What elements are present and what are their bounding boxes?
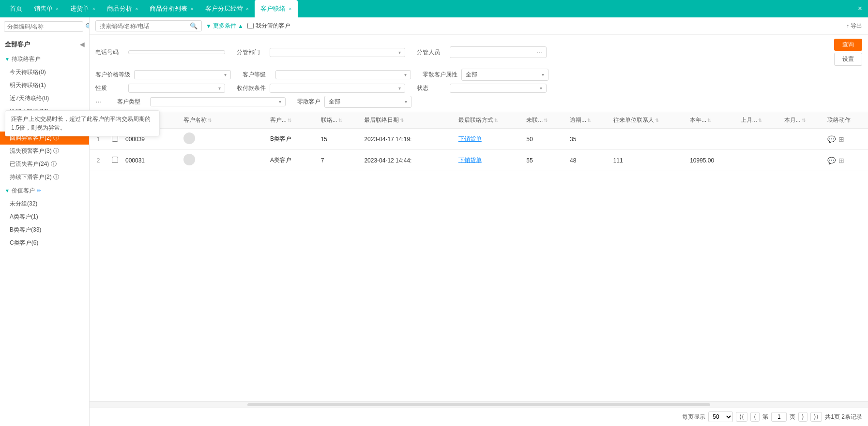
- sidebar-lost-customers[interactable]: 已流失客户(24) ⓘ: [0, 158, 89, 171]
- cell-contact-2: 7: [318, 150, 362, 171]
- settings-button[interactable]: 设置: [834, 53, 862, 66]
- more-dots[interactable]: ···: [95, 98, 102, 106]
- top-nav: 首页 销售单 × 进货单 × 商品分析 × 商品分析列表 × 客户分层经营 × …: [0, 0, 868, 17]
- field-manager-dots[interactable]: ···: [536, 48, 542, 56]
- window-close-icon[interactable]: ×: [858, 4, 862, 13]
- th-lastdate[interactable]: 最后联络日期 ⇅: [361, 112, 455, 129]
- page-unit: 页: [790, 413, 795, 421]
- th-type[interactable]: 客户... ⇅: [267, 112, 318, 129]
- th-overdue[interactable]: 逾期... ⇅: [567, 112, 610, 129]
- field-zero-customer[interactable]: 全部 ▾: [324, 96, 411, 108]
- nav-customer-segment[interactable]: 客户分层经营 ×: [199, 0, 255, 17]
- field-status[interactable]: ▾: [450, 84, 547, 93]
- triangle-icon: ▼: [5, 57, 10, 62]
- sidebar-class-a[interactable]: A类客户(1): [0, 210, 89, 223]
- th-thismonth[interactable]: 本月... ⇅: [781, 112, 825, 129]
- table-row: 2 000031 A类客户: [90, 150, 868, 171]
- label-customer-grade: 客户等级: [243, 71, 272, 79]
- close-customer-contact-tab[interactable]: ×: [289, 0, 291, 17]
- field-zerosale[interactable]: 全部 ▾: [461, 69, 548, 81]
- cell-check-2[interactable]: [107, 150, 122, 171]
- nav-purchase[interactable]: 进货单 ×: [64, 0, 101, 17]
- field-customer-type[interactable]: ▾: [150, 97, 286, 106]
- sidebar-loss-warning[interactable]: 流失预警客户(3) ⓘ: [0, 145, 89, 158]
- th-lastway[interactable]: 最后联络方式 ⇅: [456, 112, 524, 129]
- sidebar-class-c[interactable]: C类客户(6): [0, 236, 89, 250]
- per-page-select[interactable]: 50 100 200: [708, 411, 733, 422]
- th-contact[interactable]: 联络... ⇅: [318, 112, 362, 129]
- close-goods-tab[interactable]: ×: [135, 0, 138, 17]
- field-payment[interactable]: ▾: [270, 84, 405, 93]
- close-purchase-tab[interactable]: ×: [92, 0, 95, 17]
- my-customers-checkbox-label[interactable]: 我分管的客户: [247, 22, 290, 30]
- sidebar-class-b[interactable]: B类客户(33): [0, 223, 89, 236]
- sidebar-tomorrow-pending[interactable]: 明天待联络(1): [0, 79, 89, 92]
- page-first-btn[interactable]: ⟨⟨: [736, 412, 747, 422]
- nav-home[interactable]: 首页: [4, 0, 28, 17]
- lastway-link-1[interactable]: 下销货单: [458, 135, 482, 142]
- th-thisyear[interactable]: 本年... ⇅: [687, 112, 738, 129]
- sidebar-7days-pending[interactable]: 近7天待联络(0): [0, 92, 89, 105]
- close-customer-segment-tab[interactable]: ×: [246, 0, 249, 17]
- cell-uncontact-2: 55: [523, 150, 567, 171]
- field-phone[interactable]: [128, 50, 225, 54]
- more-conditions[interactable]: ▼ 更多条件 ▲: [206, 22, 244, 30]
- page-prev-btn[interactable]: ⟨: [750, 412, 760, 422]
- lastway-link-2[interactable]: 下销货单: [458, 157, 482, 163]
- cell-type-2: A类客户: [267, 150, 318, 171]
- sidebar-today-pending[interactable]: 今天待联络(0): [0, 66, 89, 79]
- th-lastmonth[interactable]: 上月... ⇅: [738, 112, 781, 129]
- th-name[interactable]: 客户名称 ⇅: [181, 112, 267, 129]
- sort-name-icon: ⇅: [208, 118, 212, 123]
- sidebar-ungroup[interactable]: 未分组(32): [0, 197, 89, 210]
- field-nature[interactable]: ▾: [128, 84, 225, 93]
- sidebar-group-pending[interactable]: ▼ 待联络客户: [0, 53, 89, 66]
- sidebar-all-customers[interactable]: 全部客户 ◀: [0, 36, 89, 53]
- horizontal-scrollbar[interactable]: [90, 401, 868, 407]
- page-number-input[interactable]: [771, 412, 787, 422]
- filter-row-4: ··· 客户类型 ▾ 零散客户 全部 ▾: [95, 96, 862, 108]
- cell-thisyear-1: [687, 129, 738, 150]
- nav-goods-analysis[interactable]: 商品分析 ×: [101, 0, 144, 17]
- action-message-icon-2[interactable]: 💬: [827, 157, 836, 164]
- search-icon[interactable]: 🔍: [190, 22, 198, 29]
- cell-lastway-2[interactable]: 下销货单: [456, 150, 524, 171]
- customer-table: ⚙ 客户编码 ⇅ 客户名称: [90, 112, 868, 171]
- sidebar-search-icon[interactable]: 🔍: [85, 23, 90, 30]
- caret-icon: ▲: [238, 23, 244, 29]
- action-more-icon-2[interactable]: ⊞: [838, 157, 844, 164]
- nav-customer-contact[interactable]: 客户联络 ×: [255, 0, 297, 17]
- content-area: 🔍 ▼ 更多条件 ▲ 我分管的客户 ↑ 导出 电话号码: [90, 17, 868, 426]
- row-checkbox-2[interactable]: [112, 157, 118, 163]
- nav-goods-list[interactable]: 商品分析列表 ×: [144, 0, 199, 17]
- label-payment: 收付款条件: [237, 84, 266, 92]
- label-dept: 分管部门: [237, 48, 266, 57]
- th-uncontact[interactable]: 未联... ⇅: [523, 112, 567, 129]
- nav-sales[interactable]: 销售单 ×: [28, 0, 64, 17]
- cell-histunit-1: [610, 129, 687, 150]
- sort-lastdate-icon: ⇅: [400, 118, 404, 123]
- scroll-thumb[interactable]: [247, 403, 710, 406]
- action-more-icon-1[interactable]: ⊞: [838, 135, 844, 143]
- my-customers-checkbox[interactable]: [247, 23, 254, 29]
- close-sales-tab[interactable]: ×: [56, 0, 59, 17]
- sidebar-collapse-icon[interactable]: ◀: [80, 41, 84, 48]
- search-input[interactable]: [100, 23, 190, 29]
- sidebar-decline-customers[interactable]: 持续下滑客户(2) ⓘ: [0, 171, 89, 184]
- field-price-grade[interactable]: ▾: [134, 70, 231, 79]
- field-customer-grade[interactable]: ▾: [275, 70, 411, 79]
- page-last-btn[interactable]: ⟩⟩: [810, 412, 822, 422]
- field-dept[interactable]: ▾: [270, 48, 405, 57]
- sort-type-icon: ⇅: [288, 118, 291, 123]
- sidebar-group-value[interactable]: ▼ 价值客户 ✏: [0, 184, 89, 197]
- edit-icon[interactable]: ✏: [37, 188, 41, 194]
- th-histunit[interactable]: 往来单位联系人 ⇅: [610, 112, 687, 129]
- close-goods-list-tab[interactable]: ×: [190, 0, 193, 17]
- cell-lastway-1[interactable]: 下销货单: [456, 129, 524, 150]
- query-button[interactable]: 查询: [834, 39, 862, 51]
- sidebar-search-input[interactable]: [4, 21, 83, 32]
- field-manager[interactable]: ···: [450, 46, 547, 58]
- action-message-icon-1[interactable]: 💬: [827, 135, 836, 143]
- page-next-btn[interactable]: ⟩: [798, 412, 807, 422]
- export-btn[interactable]: ↑ 导出: [846, 22, 862, 30]
